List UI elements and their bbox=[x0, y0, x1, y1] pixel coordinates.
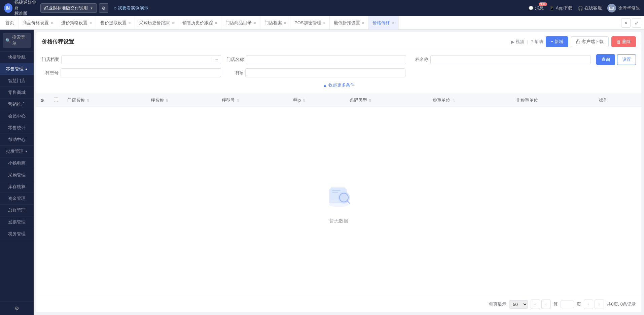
sidebar-item-purchase-mgmt[interactable]: 采购管理 bbox=[0, 169, 34, 181]
sidebar-item-small-ecom[interactable]: 小畅电商 bbox=[0, 158, 34, 169]
store-profile-more-button[interactable]: ··· bbox=[212, 57, 221, 62]
select-all-checkbox[interactable] bbox=[54, 98, 58, 102]
store-profile-label: 门店档案 bbox=[42, 57, 59, 63]
tab-sale-history[interactable]: 销售历史价跟踪 × bbox=[178, 16, 221, 30]
sidebar: 🔍 搜索菜单 快捷导航 零售管理 ▲ 智慧门店 零售商城 营销推广 会员中心 零… bbox=[0, 30, 34, 315]
user-menu-button[interactable]: Ea 徐泽华修改 bbox=[607, 4, 640, 12]
tab-bar-actions: × ⤢ bbox=[621, 18, 643, 28]
tab-pos-manage[interactable]: POS加密管理 × bbox=[290, 16, 330, 30]
store-name-input[interactable] bbox=[246, 55, 406, 64]
sidebar-item-tax[interactable]: 税务管理 bbox=[0, 228, 34, 240]
th-checkbox[interactable] bbox=[50, 94, 63, 107]
tab-goods-price[interactable]: 商品价格设置 × bbox=[19, 16, 57, 30]
th-scale-name[interactable]: 秤名称 ⇅ bbox=[147, 94, 218, 107]
th-gear[interactable]: ⚙ bbox=[36, 94, 50, 107]
last-page-button[interactable]: » bbox=[595, 300, 604, 309]
empty-icon bbox=[322, 179, 356, 213]
th-scale-ip[interactable]: 秤ip ⇅ bbox=[289, 94, 346, 107]
messages-button[interactable]: 💬 消息 99+ bbox=[528, 5, 544, 11]
sidebar-item-inventory[interactable]: 库存核算 bbox=[0, 181, 34, 193]
tab-close-goods-price[interactable]: × bbox=[51, 21, 53, 25]
video-icon: ▶ bbox=[511, 39, 514, 44]
th-non-weight-unit: 非称重单位 bbox=[512, 94, 595, 107]
tab-store-catalog[interactable]: 门店商品目录 × bbox=[221, 16, 260, 30]
tab-purchase-strategy[interactable]: 进价策略设置 × bbox=[57, 16, 96, 30]
tab-close-store-profile[interactable]: × bbox=[284, 21, 286, 25]
sidebar-item-wholesale[interactable]: 批发管理 ▼ bbox=[0, 146, 34, 158]
prev-page-button[interactable]: ‹ bbox=[541, 300, 551, 309]
filter-row-2: 秤型号 秤ip bbox=[42, 68, 636, 77]
per-page-select[interactable]: 10 20 50 100 bbox=[509, 300, 528, 309]
next-page-button[interactable]: › bbox=[584, 300, 593, 309]
help-link[interactable]: ? 帮助 bbox=[531, 39, 543, 45]
tab-close-purchase-history[interactable]: × bbox=[172, 21, 174, 25]
search-menu-input[interactable]: 🔍 搜索菜单 bbox=[3, 33, 31, 48]
sort-icon: ⇅ bbox=[87, 99, 90, 102]
sidebar-item-retail-mall[interactable]: 零售商城 bbox=[0, 87, 34, 99]
page-nav: « ‹ 算 1 页 › » bbox=[531, 300, 604, 309]
settings-button[interactable]: 设置 bbox=[617, 54, 636, 65]
filter-store-profile: 门店档案 ··· bbox=[42, 55, 221, 64]
demo-link[interactable]: 我要看实例演示 bbox=[114, 5, 148, 11]
scale-model-input[interactable] bbox=[61, 68, 221, 77]
tab-close-purchase-strategy[interactable]: × bbox=[90, 21, 92, 25]
first-page-button[interactable]: « bbox=[531, 300, 540, 309]
page-input[interactable]: 1 bbox=[561, 301, 574, 308]
sidebar-item-general-ledger[interactable]: 总账管理 bbox=[0, 205, 34, 216]
store-name-label: 门店名称 bbox=[226, 57, 244, 63]
scale-ip-input[interactable] bbox=[245, 68, 406, 77]
query-button[interactable]: 查询 bbox=[596, 54, 615, 65]
tab-price-scale[interactable]: 价格传秤 × bbox=[368, 16, 398, 30]
online-service-button[interactable]: 🎧 在线客服 bbox=[578, 5, 602, 11]
th-store-name[interactable]: 门店名称 ⇅ bbox=[63, 94, 147, 107]
search-icon: 🔍 bbox=[5, 38, 11, 43]
tab-home[interactable]: 首页 bbox=[1, 16, 19, 30]
tab-close-all-button[interactable]: × bbox=[621, 18, 631, 28]
page-word: 算 bbox=[552, 301, 559, 307]
tab-close-sale-history[interactable]: × bbox=[215, 21, 217, 25]
tab-close-store-catalog[interactable]: × bbox=[254, 21, 256, 25]
sidebar-settings-button[interactable]: ⚙ bbox=[3, 305, 30, 312]
sidebar-item-member-center[interactable]: 会员中心 bbox=[0, 110, 34, 122]
tab-close-price-scale[interactable]: × bbox=[392, 21, 394, 25]
sidebar-search[interactable]: 🔍 搜索菜单 bbox=[0, 30, 34, 51]
version-selector[interactable]: 好业财标准版交付试用 ▼ bbox=[40, 3, 97, 13]
tab-store-profile[interactable]: 门店档案 × bbox=[260, 16, 290, 30]
th-weight-unit[interactable]: 称重单位 ⇅ bbox=[429, 94, 512, 107]
tab-expand-button[interactable]: ⤢ bbox=[632, 18, 641, 28]
sidebar-item-smart-store[interactable]: 智慧门店 bbox=[0, 75, 34, 87]
filter-store-name: 门店名称 bbox=[226, 55, 406, 64]
scale-model-label: 秤型号 bbox=[42, 70, 59, 76]
scale-name-input[interactable] bbox=[430, 55, 591, 64]
chevron-up-icon: ▲ bbox=[323, 83, 327, 88]
app-download-button[interactable]: 📱 App下载 bbox=[549, 5, 572, 11]
sidebar-quick-nav[interactable]: 快捷导航 bbox=[0, 51, 34, 63]
th-scale-model[interactable]: 秤型号 ⇅ bbox=[218, 94, 289, 107]
add-button[interactable]: + 新增 bbox=[546, 36, 568, 47]
sidebar-item-marketing[interactable]: 营销推广 bbox=[0, 99, 34, 110]
tab-close-pos-manage[interactable]: × bbox=[323, 21, 325, 25]
sort-icon: ⇅ bbox=[166, 99, 168, 102]
download-client-button[interactable]: 凸 客户端下载 bbox=[571, 36, 609, 47]
collapse-button[interactable]: ▲ 收起更多条件 bbox=[42, 81, 636, 90]
store-profile-input[interactable] bbox=[62, 56, 212, 64]
th-barcode-type[interactable]: 条码类型 ⇅ bbox=[346, 94, 429, 107]
total-info: 共0页, 0条记录 bbox=[607, 301, 636, 307]
messages-badge: 99+ bbox=[539, 2, 547, 6]
tab-close-min-discount[interactable]: × bbox=[362, 21, 364, 25]
download-icon: 📱 bbox=[549, 6, 554, 11]
delete-button[interactable]: 🗑 删除 bbox=[611, 36, 636, 47]
settings-gear-button[interactable]: ⚙ bbox=[99, 3, 108, 13]
tab-purchase-history[interactable]: 采购历史价跟踪 × bbox=[135, 16, 178, 30]
video-link[interactable]: ▶ 视频 bbox=[511, 39, 524, 45]
top-bar: 财 畅捷通好业财 标准版 好业财标准版交付试用 ▼ ⚙ 我要看实例演示 💬 消息… bbox=[0, 0, 644, 16]
tab-sale-price[interactable]: 售价提取设置 × bbox=[96, 16, 135, 30]
sidebar-item-invoice[interactable]: 发票管理 bbox=[0, 216, 34, 228]
sidebar-item-retail-manage[interactable]: 零售管理 ▲ bbox=[0, 63, 34, 75]
sidebar-item-help-center[interactable]: 帮助中心 bbox=[0, 134, 34, 146]
sort-icon: ⇅ bbox=[452, 99, 455, 102]
sidebar-item-retail-stats[interactable]: 零售统计 bbox=[0, 122, 34, 134]
tab-min-discount[interactable]: 最低折扣设置 × bbox=[330, 16, 368, 30]
tab-close-sale-price[interactable]: × bbox=[129, 21, 131, 25]
sidebar-item-finance[interactable]: 资金管理 bbox=[0, 193, 34, 205]
